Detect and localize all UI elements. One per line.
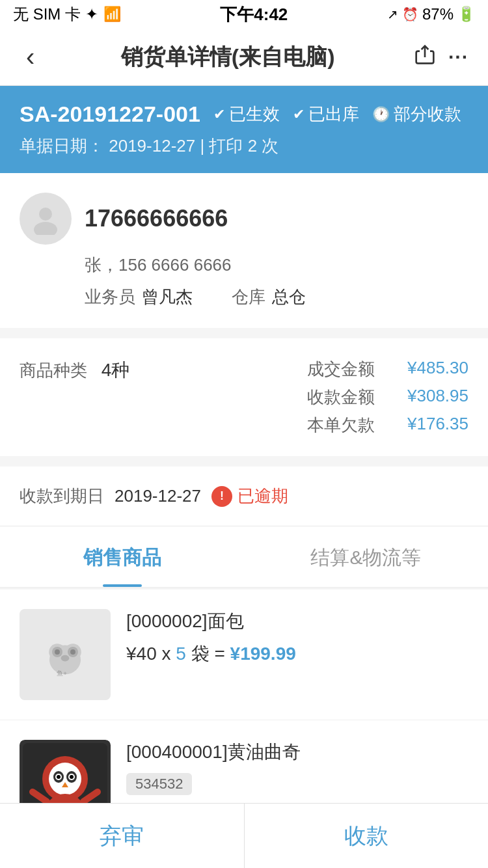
check-icon-2: ✔ [293, 106, 305, 123]
nav-actions: ··· [414, 44, 468, 70]
status-shipped: ✔ 已出库 [293, 103, 359, 126]
svg-point-19 [57, 775, 61, 779]
svg-text:鱼+: 鱼+ [57, 670, 67, 677]
wifi-icon: 📶 [103, 6, 121, 23]
order-id: SA-20191227-001 [20, 102, 200, 127]
customer-row: 17666666666 [20, 193, 468, 245]
product-price-1: ¥40 x 5 袋 = ¥199.99 [126, 642, 468, 666]
page-title: 销货单详情(来自电脑) [41, 42, 414, 72]
customer-phone: 17666666666 [85, 205, 228, 232]
order-date-info: 单据日期： 2019-12-27 | 打印 2 次 [20, 135, 468, 157]
status-right: ↗ ⏰ 87% 🔋 [387, 5, 475, 23]
debt-amount-row: 本单欠款 ¥176.35 [307, 414, 468, 437]
location-icon: ↗ [387, 7, 398, 22]
cancel-button[interactable]: 弃审 [0, 804, 245, 868]
product-item: 鱼+ [0000002]面包 ¥40 x 5 袋 = ¥199.99 [0, 590, 488, 720]
clock-icon: 🕐 [372, 106, 390, 123]
stats-section: 商品种类 4种 成交金额 ¥485.30 收款金额 ¥308.95 本单欠款 ¥… [0, 338, 488, 456]
product-info-1: [0000002]面包 ¥40 x 5 袋 = ¥199.99 [126, 609, 468, 666]
due-date: 2019-12-27 [115, 486, 201, 506]
amount-stats: 成交金额 ¥485.30 收款金额 ¥308.95 本单欠款 ¥176.35 [307, 358, 468, 437]
share-icon[interactable] [414, 44, 435, 70]
svg-point-9 [70, 649, 75, 655]
status-effected: ✔ 已生效 [213, 103, 280, 126]
status-partial: 🕐 部分收款 [372, 103, 461, 126]
tab-settlement[interactable]: 结算&物流等 [244, 526, 488, 587]
receipt-amount-row: 收款金额 ¥308.95 [307, 386, 468, 409]
alarm-icon: ⏰ [402, 7, 418, 22]
svg-point-8 [55, 649, 60, 655]
back-button[interactable]: ‹ [20, 36, 41, 78]
nav-bar: ‹ 销货单详情(来自电脑) ··· [0, 29, 488, 86]
customer-section: 17666666666 张，156 6666 6666 业务员 曾凡杰 仓库 总… [0, 173, 488, 328]
due-label: 收款到期日 [20, 485, 104, 508]
deal-amount-row: 成交金额 ¥485.30 [307, 358, 468, 381]
battery-icon: 🔋 [457, 6, 475, 23]
warehouse: 仓库 总仓 [232, 286, 306, 308]
product-name-2: [000400001]黄油曲奇 [126, 740, 468, 765]
overdue-label: 已逾期 [237, 485, 288, 508]
product-name-1: [0000002]面包 [126, 609, 468, 634]
status-time: 下午4:42 [220, 3, 288, 26]
sales-person: 业务员 曾凡杰 [85, 286, 193, 308]
svg-point-10 [61, 655, 70, 662]
svg-point-20 [70, 775, 74, 779]
product-badge-2: 534532 [126, 773, 192, 795]
product-image-1: 鱼+ [20, 609, 111, 700]
product-types: 商品种类 4种 [20, 358, 129, 388]
svg-point-1 [39, 208, 52, 221]
customer-meta: 业务员 曾凡杰 仓库 总仓 [20, 286, 468, 308]
battery-label: 87% [422, 5, 454, 23]
back-icon: ‹ [26, 42, 34, 71]
more-icon[interactable]: ··· [448, 46, 468, 68]
due-section: 收款到期日 2019-12-27 ! 已逾期 [0, 467, 488, 526]
sim-label: 无 SIM 卡 ✦ [13, 4, 98, 25]
tab-sales-products[interactable]: 销售商品 [0, 526, 244, 587]
svg-point-2 [34, 222, 57, 235]
order-header: SA-20191227-001 ✔ 已生效 ✔ 已出库 🕐 部分收款 单据日期：… [0, 86, 488, 173]
bottom-bar: 弃审 收款 [0, 803, 488, 868]
status-bar: 无 SIM 卡 ✦ 📶 下午4:42 ↗ ⏰ 87% 🔋 [0, 0, 488, 29]
check-icon-1: ✔ [213, 106, 225, 123]
customer-contact: 张，156 6666 6666 [20, 254, 468, 277]
avatar [20, 193, 72, 245]
tabs-section: 销售商品 结算&物流等 [0, 526, 488, 588]
confirm-button[interactable]: 收款 [245, 804, 489, 868]
overdue-icon: ! [211, 486, 232, 507]
status-left: 无 SIM 卡 ✦ 📶 [13, 4, 121, 25]
overdue-badge: ! 已逾期 [211, 485, 288, 508]
